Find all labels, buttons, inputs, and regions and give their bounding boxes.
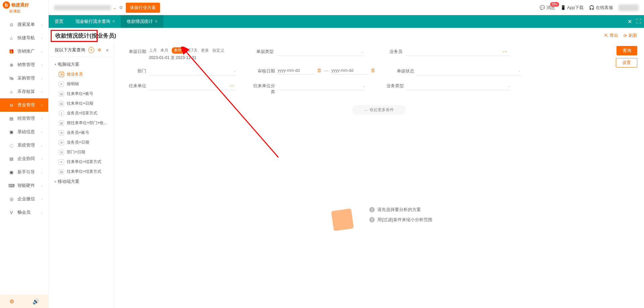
bill-status-select[interactable]: ⌄: [417, 67, 521, 75]
date-quick-5[interactable]: 自定义: [212, 48, 224, 53]
nav-icon: ▤: [9, 116, 14, 121]
nav-item-9[interactable]: ◌系统管理›: [0, 139, 48, 152]
app-download[interactable]: 📱 App下载: [560, 5, 584, 11]
biz-type-label: 业务类型: [378, 82, 404, 89]
audit-date-from[interactable]: [278, 67, 315, 74]
nav-icon: ◎: [9, 196, 14, 202]
footer-gear-icon[interactable]: ⚙: [9, 298, 14, 305]
biz-type-select[interactable]: ⌄: [407, 82, 511, 90]
tree-item-0-5[interactable]: ▤按往来单位+部门+收...: [49, 118, 114, 128]
tree-item-0-10[interactable]: ▤往来单位+结算方式: [49, 167, 114, 176]
chevron-right-icon: ›: [41, 76, 42, 80]
audit-date-to[interactable]: [331, 67, 368, 74]
tree-item-0-9[interactable]: ✦往来单位+结算方式: [49, 157, 114, 167]
nav-icon: ⌨: [9, 183, 14, 188]
tree-item-0-8[interactable]: ◔部门+日期: [49, 147, 114, 157]
salesman-select[interactable]: ⋯: [405, 47, 509, 56]
tab-close-icon[interactable]: ×: [155, 19, 157, 24]
nav-icon: ⊕: [9, 62, 14, 67]
more-icon[interactable]: ⋯: [230, 83, 236, 88]
chevron-down-icon: ⌄: [508, 84, 511, 88]
dept-select[interactable]: ⌄: [149, 67, 236, 75]
nav-icon: ▣: [9, 129, 14, 135]
nav-item-2[interactable]: 🎁营销推广›: [0, 45, 48, 58]
calendar-icon[interactable]: 🗓: [371, 68, 375, 73]
tab-1[interactable]: 现金银行流水查询×: [69, 15, 121, 28]
tree-group-0[interactable]: ▾电脑端方案: [49, 59, 114, 69]
tree-item-0-4[interactable]: ⫿业务员+结算方式: [49, 108, 114, 118]
placeholder-step-2: 2 用[过滤]条件来缩小分析范围: [369, 217, 432, 223]
more-icon[interactable]: ⋯: [503, 49, 509, 54]
chevron-right-icon: ›: [41, 184, 42, 188]
nav-item-8[interactable]: ▣基础信息›: [0, 125, 48, 139]
nav-item-5[interactable]: ⌂库存核算›: [0, 85, 48, 98]
chevron-up-icon: ︿: [364, 107, 369, 112]
experience-button[interactable]: 体验行业方案: [126, 3, 160, 13]
bill-type-label: 单据类型: [248, 47, 274, 55]
gear-icon[interactable]: ⚙: [119, 5, 123, 10]
scheme-icon: ◔: [59, 150, 64, 155]
scheme-icon: ✦: [59, 82, 64, 87]
export-link[interactable]: ⇱ 导出: [604, 33, 618, 39]
nav-item-0[interactable]: ⊙搜索菜单›: [0, 18, 48, 31]
nav-item-13[interactable]: ◎企业微信›: [0, 192, 48, 206]
refresh-link[interactable]: ⟳ 刷新: [624, 33, 637, 39]
chevron-right-icon: ›: [41, 197, 42, 201]
nav-item-1[interactable]: ⌂快捷导航›: [0, 31, 48, 45]
nav-item-4[interactable]: 🛍采购管理›: [0, 71, 48, 85]
chevron-down-icon: ⌄: [361, 50, 364, 53]
tabs-bar: 首页现金银行流水查询×收款情况统计× ✕ ⛶: [49, 15, 644, 28]
tree-item-0-6[interactable]: ◔业务员+账号: [49, 128, 114, 138]
date-quick-picker: 上月本月本年近7天更多自定义: [149, 47, 235, 54]
tree-group-1[interactable]: ▸移动端方案: [49, 176, 114, 187]
nav-item-14[interactable]: V畅会员›: [0, 206, 48, 219]
tab-0[interactable]: 首页: [49, 15, 69, 28]
partner-cat-select[interactable]: ⌄: [278, 82, 365, 90]
org-selector[interactable]: ⌄: [54, 5, 116, 10]
nav-item-7[interactable]: ▤经营管理›: [0, 112, 48, 125]
date-quick-1[interactable]: 本月: [160, 48, 168, 53]
logo-sub: 标准版: [9, 9, 20, 14]
tree-item-0-2[interactable]: ▤往来单位+账号: [49, 89, 114, 99]
scheme-gear-icon[interactable]: ⚙: [96, 47, 102, 53]
chat-icon: 💬: [540, 5, 545, 10]
tab-close-all-icon[interactable]: ✕: [628, 18, 632, 25]
tree-item-0-7[interactable]: ◔业务员+日期: [49, 138, 114, 147]
calendar-icon[interactable]: 🗓: [317, 68, 322, 73]
tab-2[interactable]: 收款情况统计×: [121, 15, 163, 28]
nav-item-11[interactable]: ▣新手引导›: [0, 165, 48, 179]
chevron-down-icon: ⌄: [362, 84, 365, 88]
tree-item-0-1[interactable]: ✦按明细: [49, 79, 114, 89]
tree-item-0-0[interactable]: ◔按业务员: [49, 69, 114, 79]
msg-button[interactable]: 💬 消息 99+: [540, 5, 555, 11]
nav-item-3[interactable]: ⊕销售管理›: [0, 58, 48, 71]
export-icon: ⇱: [604, 33, 608, 38]
nav-icon: V: [9, 210, 14, 215]
audit-date-label: 审核日期: [250, 67, 275, 74]
setting-button[interactable]: 设置: [616, 58, 637, 67]
footer-sound-icon[interactable]: 🔊: [33, 298, 39, 305]
fullscreen-icon[interactable]: ⛶: [636, 18, 641, 24]
nav-item-10[interactable]: ▤企业协同›: [0, 152, 48, 165]
nav-icon: ⊙: [9, 22, 14, 27]
tab-close-icon[interactable]: ×: [112, 19, 115, 24]
date-quick-4[interactable]: 更多: [201, 48, 209, 53]
nav-item-6[interactable]: ⊖资金管理›: [0, 98, 48, 112]
tree-item-0-3[interactable]: ▤往来单位+日期: [49, 99, 114, 108]
query-button[interactable]: 查询: [616, 46, 637, 55]
chevron-right-icon: ›: [41, 63, 42, 67]
user-avatar[interactable]: [619, 4, 639, 11]
date-quick-0[interactable]: 上月: [149, 48, 157, 53]
date-quick-2[interactable]: 本年: [172, 47, 184, 54]
add-scheme-icon[interactable]: +: [88, 47, 94, 53]
nav-icon: ◌: [9, 143, 14, 148]
bill-type-select[interactable]: ⌄: [276, 47, 364, 56]
headset-icon: 🎧: [589, 5, 594, 10]
partner-select[interactable]: ⋯: [149, 82, 236, 90]
nav-item-12[interactable]: ⌨智能硬件›: [0, 179, 48, 192]
online-cs[interactable]: 🎧 在线客服: [589, 5, 613, 11]
collapse-panel-icon[interactable]: «: [104, 47, 110, 53]
collapse-filters[interactable]: ︿ 收起更多条件: [352, 105, 406, 115]
chevron-right-icon: ›: [41, 157, 42, 161]
date-quick-3[interactable]: 近7天: [187, 48, 198, 53]
